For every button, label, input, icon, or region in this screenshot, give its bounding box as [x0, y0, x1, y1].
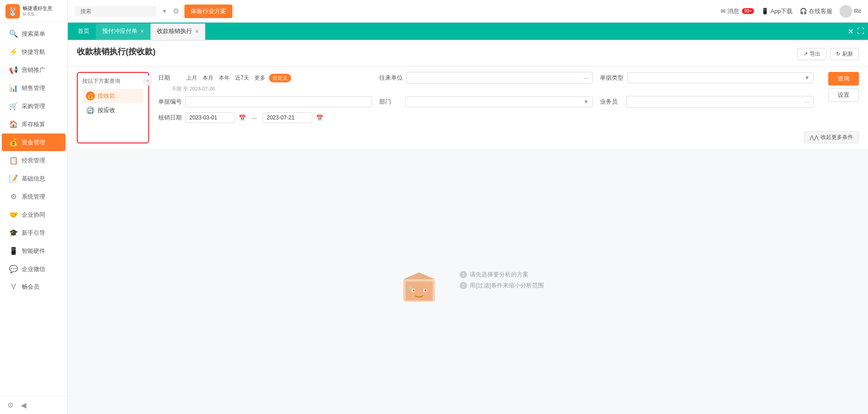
search-menu-icon: 🔍	[9, 29, 18, 38]
content-area: 1 请先选择要分析的方案 2 用[过滤]条件来缩小分析范围	[68, 149, 868, 414]
page-header: 收款核销执行(按收款) ↗ 导出 ↻ 刷新	[68, 41, 868, 67]
sidebar-item-hardware[interactable]: 📱 智能硬件	[2, 242, 66, 260]
sidebar-menu: 🔍 搜索菜单 ⚡ 快捷导航 📢 营销推广 📊 销售管理 🛒 采购管理 🏠 库存核…	[0, 23, 67, 396]
doc-type-select[interactable]: ▼	[627, 72, 814, 83]
solution-button[interactable]: 体验行业方案	[184, 5, 232, 18]
date-btn-7days[interactable]: 近7天	[233, 73, 251, 83]
sidebar-label-marketing: 营销推广	[22, 66, 45, 74]
svg-marker-2	[403, 272, 435, 279]
logo-icon: 🐰	[5, 4, 20, 19]
refresh-icon: ↻	[836, 51, 840, 57]
tab-collect-label: 收款核销执行	[157, 27, 192, 35]
tab-prepay[interactable]: 预付冲应付单 ✕	[96, 24, 151, 40]
collapse-filter-sidebar-button[interactable]: «	[144, 76, 152, 86]
staff-field: 业务员 ···	[600, 96, 814, 108]
collapse-more-icon: ⋀⋀	[810, 134, 819, 141]
topbar-dropdown-icon[interactable]: ▼	[162, 8, 167, 14]
sidebar-label-finance: 资金管理	[22, 138, 45, 147]
tab-home-label: 首页	[78, 27, 90, 35]
purchase-icon: 🛒	[9, 102, 18, 110]
app-download-button[interactable]: 📱 App下载	[761, 7, 793, 15]
online-service-button[interactable]: 🎧 在线客服	[800, 7, 832, 15]
topbar-right: ✉ 消息 99+ 📱 App下载 🎧 在线客服 Rit	[721, 5, 861, 18]
tab-prepay-close[interactable]: ✕	[140, 29, 144, 34]
export-button[interactable]: ↗ 导出	[797, 48, 826, 60]
filter-option-by-receivable[interactable]: 🔄 按应收	[82, 103, 144, 118]
marketing-icon: 📢	[9, 66, 18, 74]
doc-no-field: 单据编号	[158, 96, 372, 107]
date-btn-last-month[interactable]: 上月	[184, 73, 199, 83]
hardware-icon: 📱	[9, 247, 18, 255]
business-icon: 📋	[9, 156, 18, 165]
tab-expand-icon[interactable]: ⛶	[857, 27, 864, 36]
sidebar-label-member: 畅会员	[22, 283, 39, 291]
partner-dots-icon[interactable]: ···	[584, 74, 589, 81]
sidebar-label-corp: 企业协同	[22, 211, 45, 219]
sidebar-item-search-menu[interactable]: 🔍 搜索菜单	[2, 25, 66, 43]
sidebar-item-marketing[interactable]: 📢 营销推广	[2, 61, 66, 79]
sidebar-label-hardware: 智能硬件	[22, 247, 45, 255]
empty-tip-1: 1 请先选择要分析的方案	[460, 271, 543, 279]
filter-row-3: 核销日期 📅 — 📅	[158, 112, 814, 123]
sidebar-item-basic-info[interactable]: 📝 基础信息	[2, 170, 66, 187]
query-btn-area: 查询 设置	[828, 72, 859, 102]
filter-option-by-receipt[interactable]: 💰 按收款	[82, 89, 144, 103]
sidebar-label-search-menu: 搜索菜单	[22, 30, 45, 38]
doc-type-dropdown-icon: ▼	[804, 75, 810, 81]
verify-date-end-input[interactable]	[263, 112, 312, 123]
sidebar-item-business[interactable]: 📋 经营管理	[2, 152, 66, 169]
tabs-bar: 首页 预付冲应付单 ✕ 收款核销执行 ✕ ✕ ⛶	[68, 23, 868, 41]
collapse-sidebar-icon[interactable]: ◀	[21, 401, 26, 409]
empty-tip-2: 2 用[过滤]条件来缩小分析范围	[460, 281, 543, 290]
doc-no-input[interactable]	[185, 96, 372, 107]
sidebar-item-quick-nav[interactable]: ⚡ 快捷导航	[2, 43, 66, 61]
date-label: 日期	[158, 74, 181, 82]
guide-icon: 🎓	[9, 228, 18, 237]
sidebar-item-sales[interactable]: 📊 销售管理	[2, 79, 66, 97]
system-icon: ⚙	[9, 192, 18, 201]
collapse-more-button[interactable]: ⋀⋀ 收起更多条件	[804, 131, 859, 143]
settings-bottom-icon[interactable]: ⚙	[7, 401, 14, 409]
sidebar-item-finance[interactable]: 💰 资金管理	[2, 133, 66, 151]
topbar: ▼ ⚙ 体验行业方案 ✉ 消息 99+ 📱 App下载 🎧 在线客服 Rit	[68, 0, 868, 23]
sidebar-item-corp[interactable]: 🤝 企业协同	[2, 206, 66, 224]
staff-dots-icon[interactable]: ···	[804, 98, 810, 105]
empty-tips: 1 请先选择要分析的方案 2 用[过滤]条件来缩小分析范围	[460, 271, 543, 292]
topbar-gear-icon[interactable]: ⚙	[173, 7, 179, 15]
date-btn-more[interactable]: 更多	[253, 73, 267, 83]
refresh-button[interactable]: ↻ 刷新	[830, 48, 859, 60]
date-quick-buttons: 上月 本月 本年 近7天 更多 自定义	[184, 73, 291, 83]
sidebar-item-wechat[interactable]: 💬 企业微信	[2, 260, 66, 278]
calendar-icon-start[interactable]: 📅	[239, 114, 246, 121]
online-service-label: 在线客服	[809, 7, 832, 15]
sidebar-item-member[interactable]: V 畅会员	[2, 278, 66, 295]
filter-form: 日期 上月 本月 本年 近7天 更多 自定义	[158, 72, 859, 143]
sidebar-item-purchase[interactable]: 🛒 采购管理	[2, 97, 66, 115]
tab-collect-close[interactable]: ✕	[195, 29, 199, 34]
query-button[interactable]: 查询	[828, 72, 859, 86]
empty-illustration	[392, 254, 446, 309]
sidebar-item-system[interactable]: ⚙ 系统管理	[2, 188, 66, 205]
sidebar-item-guide[interactable]: 🎓 新手引导	[2, 224, 66, 242]
user-area[interactable]: Rit	[840, 5, 861, 18]
page-title: 收款核销执行(按收款)	[77, 46, 156, 57]
dept-select[interactable]: ▼	[406, 96, 593, 107]
collapse-more-label: 收起更多条件	[821, 133, 853, 141]
doc-type-field: 单据类型 ▼	[600, 72, 814, 83]
topbar-search-input[interactable]	[75, 6, 156, 17]
calendar-icon-end[interactable]: 📅	[316, 114, 323, 121]
message-button[interactable]: ✉ 消息 99+	[721, 7, 754, 15]
date-btn-custom[interactable]: 自定义	[269, 74, 291, 82]
settings-button[interactable]: 设置	[828, 88, 859, 102]
tab-home[interactable]: 首页	[71, 24, 96, 40]
sidebar-label-system: 系统管理	[22, 193, 45, 201]
tab-collect[interactable]: 收款核销执行 ✕	[151, 24, 205, 40]
tab-close-all-icon[interactable]: ✕	[848, 27, 854, 36]
date-btn-this-year[interactable]: 本年	[217, 73, 231, 83]
by-receipt-icon: 💰	[86, 91, 95, 100]
sidebar-item-inventory[interactable]: 🏠 库存核算	[2, 115, 66, 133]
verify-date-start-input[interactable]	[185, 112, 235, 123]
service-icon: 🎧	[800, 8, 807, 14]
wechat-icon: 💬	[9, 265, 18, 273]
date-btn-this-month[interactable]: 本月	[201, 73, 215, 83]
